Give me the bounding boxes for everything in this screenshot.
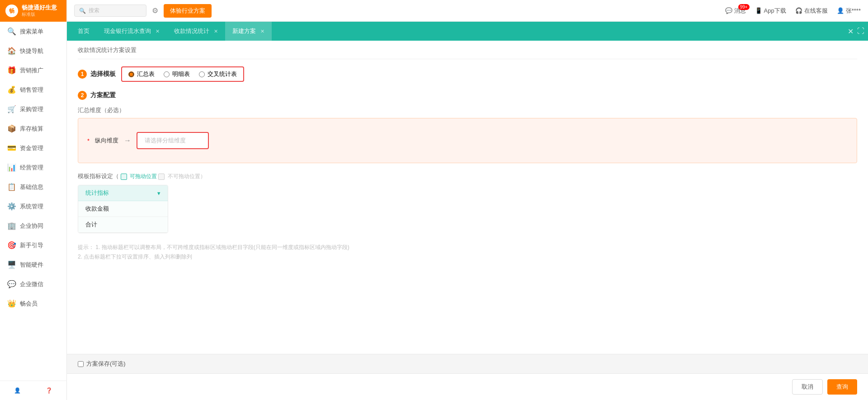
online-service-btn[interactable]: 🎧 在线客服	[795, 7, 828, 15]
wechat-label: 企业微信	[20, 280, 43, 288]
app-icon: 📱	[755, 7, 762, 14]
metrics-label: 模板指标设定（ 可拖动位置 不可拖动位置）	[78, 172, 857, 180]
page-title: 收款情况统计方案设置	[78, 41, 857, 59]
tab-maximize-icon[interactable]: ⛶	[857, 27, 864, 35]
template-summary-option[interactable]: 汇总表	[128, 70, 155, 78]
search-menu-icon: 🔍	[7, 27, 16, 36]
message-badge[interactable]: 💬 消息 99+	[725, 7, 746, 15]
sidebar-bottom-btn-2[interactable]: ❓	[35, 385, 63, 396]
template-cross-radio[interactable]	[199, 71, 205, 77]
sidebar-bottom-btn-1[interactable]: 👤	[4, 385, 32, 396]
template-summary-radio[interactable]	[128, 71, 134, 77]
tab-home[interactable]: 首页	[71, 22, 97, 41]
tab-bank-flow[interactable]: 现金银行流水查询 ✕	[97, 22, 167, 41]
sidebar-item-quick-nav[interactable]: 🏠快捷导航	[0, 41, 66, 61]
sales-label: 销售管理	[20, 86, 43, 94]
non-draggable-badge: 不可拖动位置）	[158, 173, 205, 179]
nav-tabs-controls: ✕ ⛶	[848, 27, 864, 36]
tab-receipt-stats-close[interactable]: ✕	[214, 28, 218, 34]
step2-header: 2 方案配置	[78, 91, 857, 100]
sidebar-item-inventory[interactable]: 📦库存核算	[0, 119, 66, 138]
sidebar-item-marketing[interactable]: 🎁营销推广	[0, 61, 66, 80]
metrics-section: 模板指标设定（ 可拖动位置 不可拖动位置） 统计	[78, 172, 857, 235]
sidebar-item-search-menu[interactable]: 🔍搜索菜单	[0, 22, 66, 41]
basic-info-label: 基础信息	[20, 183, 43, 191]
main-area: 🔍 搜索 ⚙ 体验行业方案 💬 消息 99+ 📱 App下载 🎧 在线客服 👤 …	[67, 0, 868, 400]
sidebar-item-system[interactable]: ⚙️系统管理	[0, 197, 66, 216]
tab-bank-flow-close[interactable]: ✕	[156, 28, 160, 34]
inventory-icon: 📦	[7, 124, 16, 133]
tip-2: 2. 点击标题栏下拉可设置排序、插入列和删除列	[78, 253, 857, 261]
page-footer: 方案保存(可选)	[67, 354, 868, 373]
cooperation-label: 企业协同	[20, 222, 43, 230]
member-label: 畅会员	[20, 300, 38, 308]
template-cross-option[interactable]: 交叉统计表	[199, 70, 237, 78]
app-download-btn[interactable]: 📱 App下载	[755, 7, 786, 15]
metrics-total-row: 合计	[78, 217, 168, 233]
tab-receipt-stats[interactable]: 收款情况统计 ✕	[167, 22, 225, 41]
save-plan-label: 方案保存(可选)	[86, 360, 126, 368]
inventory-label: 库存核算	[20, 125, 43, 133]
sidebar-logo: 畅 畅捷通好生意 标准版	[0, 0, 66, 22]
draggable-badge: 可拖动位置	[121, 173, 159, 179]
tip-1: 提示： 1. 拖动标题栏可以调整布局，不可跨维度或指标区域拖动栏目字段(只能在同…	[78, 244, 857, 251]
operations-icon: 📊	[7, 163, 16, 172]
sidebar-item-basic-info[interactable]: 📋基础信息	[0, 177, 66, 197]
metrics-dropdown-icon[interactable]: ▾	[157, 190, 160, 197]
search-bar[interactable]: 🔍 搜索	[74, 5, 146, 17]
sidebar-item-finance[interactable]: 💳资金管理	[0, 138, 66, 158]
save-plan-option[interactable]: 方案保存(可选)	[78, 360, 126, 368]
dimension-config: 汇总维度（必选） * 纵向维度 → 请选择分组维度	[78, 106, 857, 163]
search-icon: 🔍	[79, 8, 86, 14]
marketing-icon: 🎁	[7, 66, 16, 75]
save-plan-checkbox[interactable]	[78, 361, 84, 367]
finance-icon: 💳	[7, 144, 16, 152]
step1-number: 1	[78, 70, 87, 79]
quick-nav-label: 快捷导航	[20, 47, 43, 55]
member-icon: 👑	[7, 299, 16, 308]
template-detail-option[interactable]: 明细表	[164, 70, 190, 78]
tab-new-plan-close[interactable]: ✕	[260, 28, 264, 34]
sidebar-item-operations[interactable]: 📊经营管理	[0, 158, 66, 177]
sidebar-item-sales[interactable]: 💰销售管理	[0, 80, 66, 99]
action-bar: 取消 查询	[67, 373, 868, 400]
system-icon: ⚙️	[7, 202, 16, 211]
user-avatar[interactable]: 👤 张****	[837, 7, 861, 15]
logo-edition: 标准版	[22, 11, 57, 18]
hardware-label: 智能硬件	[20, 261, 43, 269]
try-industry-btn[interactable]: 体验行业方案	[164, 4, 212, 18]
search-menu-label: 搜索菜单	[20, 28, 43, 36]
service-icon: 🎧	[795, 7, 802, 14]
sidebar-item-purchase[interactable]: 🛒采购管理	[0, 99, 66, 119]
tab-close-all-icon[interactable]: ✕	[848, 27, 854, 36]
message-count: 99+	[738, 4, 750, 10]
sidebar-nav: 🔍搜索菜单🏠快捷导航🎁营销推广💰销售管理🛒采购管理📦库存核算💳资金管理📊经营管理…	[0, 22, 66, 313]
dimension-select[interactable]: 请选择分组维度	[137, 132, 209, 149]
tips-section: 提示： 1. 拖动标题栏可以调整布局，不可跨维度或指标区域拖动栏目字段(只能在同…	[78, 244, 857, 261]
metrics-amount-row: 收款金额	[78, 201, 168, 217]
quick-nav-icon: 🏠	[7, 47, 16, 55]
step1-title: 选择模板	[90, 70, 116, 78]
message-icon: 💬	[725, 7, 732, 14]
step2-number: 2	[78, 91, 87, 100]
logo-text: 畅捷通好生意	[22, 4, 57, 11]
page-content: 收款情况统计方案设置 1 选择模板 汇总表	[67, 41, 868, 400]
sidebar-item-wechat[interactable]: 💬企业微信	[0, 274, 66, 294]
tab-new-plan[interactable]: 新建方案 ✕	[225, 22, 272, 41]
dimension-section-title: 汇总维度（必选）	[78, 106, 857, 114]
sidebar-item-cooperation[interactable]: 🏢企业协同	[0, 216, 66, 235]
metrics-table: 统计指标 ▾ 收款金额 合计	[78, 185, 168, 233]
cancel-button[interactable]: 取消	[792, 379, 823, 395]
user-icon: 👤	[837, 7, 844, 14]
page-card: 收款情况统计方案设置 1 选择模板 汇总表	[67, 41, 868, 354]
query-button[interactable]: 查询	[827, 379, 857, 395]
template-detail-radio[interactable]	[164, 71, 170, 77]
required-asterisk: *	[87, 137, 90, 144]
header-right: 💬 消息 99+ 📱 App下载 🎧 在线客服 👤 张****	[725, 7, 861, 15]
sidebar-item-hardware[interactable]: 🖥️智能硬件	[0, 255, 66, 274]
sidebar-item-member[interactable]: 👑畅会员	[0, 294, 66, 313]
sidebar-item-guide[interactable]: 🎯新手引导	[0, 235, 66, 255]
logo-icon: 畅	[5, 5, 18, 17]
settings-icon[interactable]: ⚙	[152, 6, 158, 15]
operations-label: 经营管理	[20, 164, 43, 172]
